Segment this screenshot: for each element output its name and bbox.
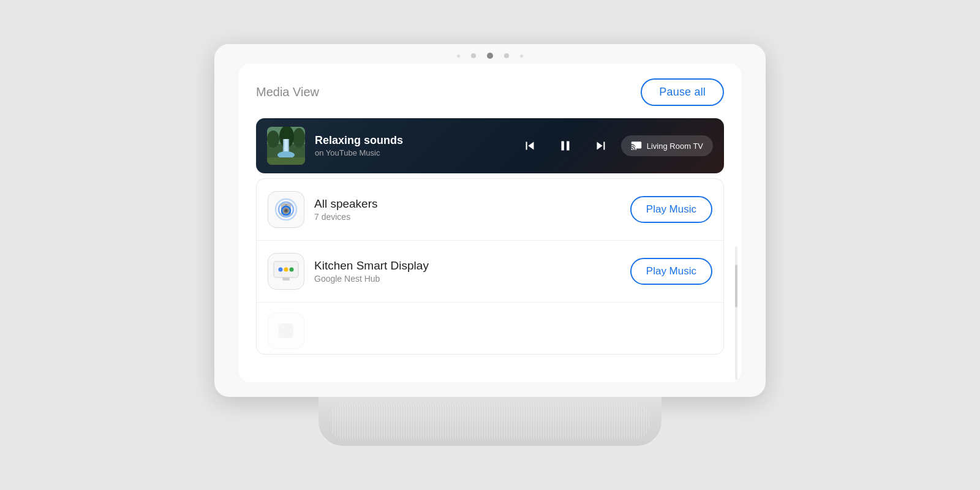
- kitchen-sub: Google Nest Hub: [314, 274, 620, 284]
- svg-rect-20: [282, 277, 290, 281]
- dot-left: [471, 53, 476, 58]
- device-list: All speakers 7 devices Play Music: [256, 178, 724, 355]
- partial-device-icon: [276, 321, 296, 341]
- cast-badge[interactable]: Living Room TV: [621, 135, 713, 156]
- device-wrapper: Media View Pause all: [214, 44, 766, 446]
- album-art: [267, 127, 305, 165]
- track-title: Relaxing sounds: [315, 134, 510, 147]
- prev-button[interactable]: [519, 135, 540, 156]
- kitchen-text: Kitchen Smart Display Google Nest Hub: [314, 259, 620, 284]
- nest-hub-icon: [273, 260, 300, 282]
- kitchen-name: Kitchen Smart Display: [314, 259, 620, 273]
- dot-far-left: [457, 55, 460, 58]
- screen-content: Media View Pause all: [239, 64, 741, 382]
- svg-point-19: [290, 268, 294, 272]
- dot-far-right: [520, 55, 523, 58]
- partial-icon-box: [268, 312, 304, 349]
- svg-rect-21: [279, 323, 293, 338]
- header-row: Media View Pause all: [256, 78, 724, 106]
- device-item-kitchen: Kitchen Smart Display Google Nest Hub Pl…: [257, 241, 723, 303]
- speaker-group-icon-box: [268, 191, 304, 228]
- device-base: [318, 397, 662, 446]
- next-button[interactable]: [590, 135, 611, 156]
- dot-center-active: [487, 53, 493, 59]
- kitchen-play-button[interactable]: Play Music: [630, 258, 712, 285]
- pause-button[interactable]: [555, 135, 576, 156]
- all-speakers-name: All speakers: [314, 197, 620, 211]
- media-view-title: Media View: [256, 85, 319, 99]
- device-item-partial: [257, 303, 723, 354]
- now-playing-card: Relaxing sounds on YouTube Music: [256, 118, 724, 173]
- dot-right: [504, 53, 509, 58]
- svg-point-17: [279, 268, 283, 272]
- all-speakers-play-button[interactable]: Play Music: [630, 196, 712, 223]
- device-screen: Media View Pause all: [214, 44, 766, 397]
- pause-icon: [557, 138, 573, 154]
- skip-next-icon: [593, 138, 609, 154]
- nest-hub-icon-box: [268, 253, 304, 290]
- all-speakers-text: All speakers 7 devices: [314, 197, 620, 222]
- track-source: on YouTube Music: [315, 148, 510, 157]
- track-info: Relaxing sounds on YouTube Music: [315, 134, 510, 157]
- svg-point-18: [284, 268, 288, 272]
- cast-icon: [631, 140, 642, 151]
- top-bar: [214, 44, 766, 64]
- player-controls: [519, 135, 611, 156]
- svg-point-3: [293, 128, 305, 148]
- svg-point-2: [267, 130, 279, 148]
- speaker-group-icon: [274, 197, 298, 222]
- pause-all-button[interactable]: Pause all: [641, 78, 724, 106]
- scrollbar-track[interactable]: [735, 246, 737, 380]
- svg-point-13: [285, 209, 288, 213]
- skip-prev-icon: [522, 138, 538, 154]
- cast-device-name: Living Room TV: [647, 141, 703, 151]
- svg-rect-8: [267, 157, 305, 165]
- all-speakers-sub: 7 devices: [314, 212, 620, 222]
- scrollbar-thumb[interactable]: [735, 265, 737, 307]
- device-item-all-speakers: All speakers 7 devices Play Music: [257, 179, 723, 241]
